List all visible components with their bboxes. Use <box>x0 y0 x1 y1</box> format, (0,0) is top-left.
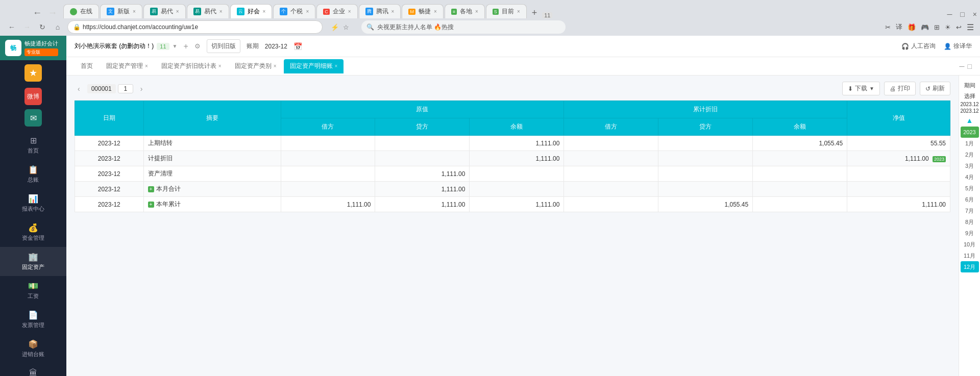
sidebar-item-invoice[interactable]: 📄 发票管理 <box>0 305 66 334</box>
switch-version-btn[interactable]: 切到旧版 <box>207 39 240 53</box>
weibo-icon[interactable]: 微博 <box>24 88 42 105</box>
cell-orig-balance: 1,111.00 <box>470 136 564 151</box>
page-tab-detail-ledger[interactable]: 固定资产明细账 × <box>284 59 344 73</box>
address-input[interactable]: 🔒 https://cloud.chanjet.com/accounting/u… <box>67 20 323 34</box>
tab-close-new[interactable]: × <box>133 9 136 14</box>
tab-close-gedi[interactable]: × <box>475 9 478 14</box>
browser-tab-qiye[interactable]: C 企业 × <box>316 4 357 18</box>
add-account-btn[interactable]: + <box>183 42 188 51</box>
browser-tab-muqian[interactable]: S 目前 × <box>486 4 527 18</box>
tab-close-yidai1[interactable]: × <box>176 9 179 14</box>
tab-close-haohui[interactable]: × <box>263 9 266 14</box>
back-btn[interactable]: ← <box>31 8 44 18</box>
cell-acc-balance <box>753 166 847 182</box>
sidebar-item-home[interactable]: ⊞ 首页 <box>0 131 66 160</box>
help-btn[interactable]: 🎧 人工咨询 <box>901 42 936 51</box>
minimize-btn[interactable]: ─ <box>944 10 955 18</box>
ptab-close-fixed-category[interactable]: × <box>274 63 277 69</box>
account-dropdown-icon[interactable]: ▼ <box>173 43 178 49</box>
refresh-btn[interactable]: ↺ 刷新 <box>920 82 950 95</box>
restore-btn[interactable]: □ <box>957 10 967 18</box>
sidebar-item-fixed-assets[interactable]: 🏢 固定资产 <box>0 247 66 276</box>
mail-icon[interactable]: ✉ <box>24 109 42 127</box>
sidebar-item-report[interactable]: 📊 报表中心 <box>0 189 66 218</box>
back-nav-btn[interactable]: ← <box>6 21 17 33</box>
month-12[interactable]: 12月 <box>961 261 979 272</box>
prev-asset-btn[interactable]: ‹ <box>75 84 83 94</box>
page-tab-dep-stats[interactable]: 固定资产折旧统计表 × <box>155 59 228 73</box>
reload-btn[interactable]: ↻ <box>37 21 48 33</box>
new-tab-button[interactable]: + <box>528 8 542 18</box>
browser-tab-gedi[interactable]: ≡ 各地 × <box>445 4 485 18</box>
minimize-tab-icon[interactable]: ─ <box>960 62 965 70</box>
browser-tab-haohui[interactable]: 云 好会 × <box>230 4 273 18</box>
month-2[interactable]: 2月 <box>961 149 979 160</box>
download-dropdown-icon[interactable]: ▼ <box>869 86 874 91</box>
year-item[interactable]: 2023 <box>961 127 979 138</box>
browser-tab-online[interactable]: 在线 <box>63 4 99 18</box>
month-8[interactable]: 8月 <box>961 216 979 228</box>
browser-tab-new[interactable]: 文 新版 × <box>100 4 142 18</box>
browser-chrome: ← → 在线 文 新版 × 易 易代 × 易 易代 × 云 好会 <box>0 0 980 36</box>
month-9[interactable]: 9月 <box>961 228 979 239</box>
tab-close-qiye[interactable]: × <box>348 9 351 14</box>
page-tab-fixed-category[interactable]: 固定资产类别 × <box>229 59 283 73</box>
grid-icon[interactable]: ⊞ <box>934 23 940 31</box>
month-6[interactable]: 6月 <box>961 194 979 205</box>
print-btn[interactable]: 🖨 打印 <box>884 82 916 95</box>
tab-close-tengxun[interactable]: × <box>391 9 395 14</box>
download-btn[interactable]: ⬇ 下载 ▼ <box>842 82 880 95</box>
browser-tab-yidai2[interactable]: 易 易代 × <box>187 4 229 18</box>
ptab-close-fixed-mgmt[interactable]: × <box>145 63 148 69</box>
maximize-tab-icon[interactable]: □ <box>968 62 972 70</box>
search-text[interactable]: 央视更新主持人名单 🔥热搜 <box>377 23 454 32</box>
month-3[interactable]: 3月 <box>961 160 979 171</box>
month-1[interactable]: 1月 <box>961 138 979 149</box>
scroll-up-icon[interactable]: ▲ <box>966 116 973 124</box>
browser-tab-tengxun[interactable]: 腾 腾讯 × <box>359 4 401 18</box>
close-window-btn[interactable]: × <box>970 10 980 18</box>
wallet-icon[interactable]: 🎁 <box>908 23 916 31</box>
forward-nav-btn[interactable]: → <box>21 21 33 33</box>
page-input[interactable] <box>118 84 133 93</box>
sidebar-item-ledger[interactable]: 📋 总账 <box>0 160 66 189</box>
browser-tab-yidai1[interactable]: 易 易代 × <box>143 4 186 18</box>
ptab-close-detail-ledger[interactable]: × <box>335 63 338 69</box>
sidebar-item-purchase[interactable]: 📦 进销台账 <box>0 334 66 363</box>
next-asset-btn[interactable]: › <box>137 84 146 94</box>
tab-close-changjie[interactable]: × <box>434 9 437 14</box>
page-tab-home[interactable]: 首页 <box>75 59 99 73</box>
user-btn[interactable]: 👤 徐译华 <box>944 42 972 51</box>
sidebar-item-fund[interactable]: 💰 资金管理 <box>0 218 66 247</box>
browser-tab-changjie[interactable]: M 畅捷 × <box>402 4 443 18</box>
home-nav-btn[interactable]: ⌂ <box>52 21 63 33</box>
tab-close-yidai2[interactable]: × <box>219 9 223 14</box>
cut-icon[interactable]: ✂ <box>885 23 891 31</box>
extensions-icon[interactable]: ⚡ <box>331 23 339 31</box>
translate-icon[interactable]: 译 <box>896 22 902 32</box>
month-5[interactable]: 5月 <box>961 183 979 194</box>
month-11[interactable]: 11月 <box>961 250 979 261</box>
month-4[interactable]: 4月 <box>961 171 979 183</box>
sidebar-item-tax[interactable]: 🏛 税务管理 <box>0 363 66 376</box>
menu-icon[interactable]: ☰ <box>967 22 974 32</box>
star-icon[interactable]: ★ <box>24 64 42 82</box>
tab-close-geshui[interactable]: × <box>306 9 309 14</box>
sidebar-item-wage[interactable]: 💵 工资 <box>0 276 66 305</box>
calendar-icon[interactable]: 📅 <box>293 42 302 51</box>
month-10[interactable]: 10月 <box>961 239 979 250</box>
table-row-sum-month: 2023-12 +本月合计 1,111.00 <box>75 182 950 197</box>
bookmark-icon[interactable]: ☆ <box>343 23 349 31</box>
settings-small-icon[interactable]: ⚙ <box>194 42 201 50</box>
tab-close-muqian[interactable]: × <box>517 9 520 14</box>
account-selector[interactable]: 刘小艳演示账套 (勿删勿动！) 11 ▼ <box>75 42 177 51</box>
month-7[interactable]: 7月 <box>961 205 979 216</box>
undo-icon[interactable]: ↩ <box>956 23 962 31</box>
page-tab-fixed-mgmt[interactable]: 固定资产管理 × <box>100 59 154 73</box>
ptab-close-dep-stats[interactable]: × <box>218 63 222 69</box>
tab-overflow[interactable]: 11 <box>542 12 552 18</box>
browser-tab-geshui[interactable]: 个 个税 × <box>273 4 315 18</box>
sun-icon[interactable]: ☀ <box>945 23 951 31</box>
game-icon[interactable]: 🎮 <box>921 23 929 31</box>
forward-btn[interactable]: → <box>46 8 59 18</box>
